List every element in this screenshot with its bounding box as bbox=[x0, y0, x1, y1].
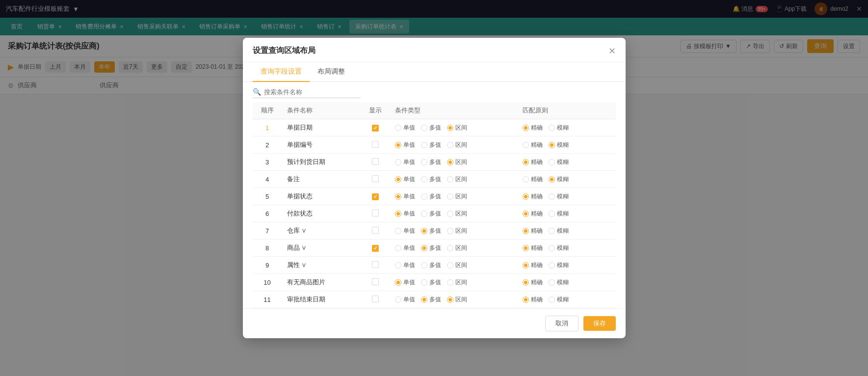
radio-match-fuzzy[interactable]: 模糊 bbox=[549, 244, 569, 252]
radio-match-exact[interactable]: 精确 bbox=[523, 210, 543, 218]
radio-dot-range bbox=[447, 142, 453, 148]
cell-display[interactable] bbox=[361, 240, 390, 257]
cell-display[interactable] bbox=[361, 154, 390, 171]
radio-match-exact[interactable]: 精确 bbox=[523, 278, 543, 287]
tab-layout-adjust[interactable]: 布局调整 bbox=[310, 62, 353, 82]
radio-cond-single[interactable]: 单值 bbox=[395, 227, 415, 235]
search-input[interactable] bbox=[264, 88, 352, 96]
radio-cond-single[interactable]: 单值 bbox=[395, 244, 415, 252]
display-checkbox[interactable] bbox=[372, 261, 379, 268]
radio-match-fuzzy[interactable]: 模糊 bbox=[549, 141, 569, 149]
radio-cond-range[interactable]: 区间 bbox=[447, 278, 467, 287]
save-button[interactable]: 保存 bbox=[583, 316, 616, 331]
radio-cond-multi[interactable]: 多值 bbox=[421, 141, 441, 149]
display-checkbox[interactable] bbox=[372, 278, 379, 285]
radio-dot-single bbox=[395, 193, 401, 200]
cell-display[interactable] bbox=[361, 205, 390, 222]
cancel-button[interactable]: 取消 bbox=[545, 316, 579, 331]
radio-cond-range[interactable]: 区间 bbox=[447, 261, 467, 269]
radio-match-exact[interactable]: 精确 bbox=[523, 175, 543, 184]
radio-cond-multi[interactable]: 多值 bbox=[421, 261, 441, 269]
radio-cond-range[interactable]: 区间 bbox=[447, 227, 467, 235]
radio-dot-match-exact bbox=[523, 296, 529, 303]
radio-dot-match-fuzzy bbox=[549, 211, 555, 217]
cell-display[interactable] bbox=[361, 188, 390, 205]
radio-dot-range bbox=[447, 279, 453, 286]
radio-cond-range[interactable]: 区间 bbox=[447, 192, 467, 201]
radio-dot-match-fuzzy bbox=[549, 176, 555, 183]
cell-cond-type: 单值多值区间 bbox=[390, 240, 518, 257]
cell-cond-name: 单据编号 bbox=[282, 136, 361, 154]
radio-cond-multi[interactable]: 多值 bbox=[421, 227, 441, 235]
radio-match-fuzzy[interactable]: 模糊 bbox=[549, 192, 569, 201]
radio-match-fuzzy[interactable]: 模糊 bbox=[549, 158, 569, 166]
radio-match-exact[interactable]: 精确 bbox=[523, 295, 543, 304]
display-checkbox[interactable] bbox=[372, 175, 379, 182]
cell-cond-name: 有无商品图片 bbox=[282, 274, 361, 291]
radio-cond-single[interactable]: 单值 bbox=[395, 210, 415, 218]
display-checkbox[interactable] bbox=[372, 245, 379, 252]
radio-cond-range[interactable]: 区间 bbox=[447, 175, 467, 184]
radio-cond-range[interactable]: 区间 bbox=[447, 295, 467, 304]
radio-match-fuzzy[interactable]: 模糊 bbox=[549, 227, 569, 235]
radio-cond-single[interactable]: 单值 bbox=[395, 261, 415, 269]
radio-cond-multi[interactable]: 多值 bbox=[421, 158, 441, 166]
cell-display[interactable] bbox=[361, 119, 390, 136]
cell-display[interactable] bbox=[361, 291, 390, 308]
cell-display[interactable] bbox=[361, 274, 390, 291]
cell-display[interactable] bbox=[361, 171, 390, 188]
radio-cond-multi[interactable]: 多值 bbox=[421, 210, 441, 218]
display-checkbox[interactable] bbox=[372, 227, 379, 234]
radio-cond-single[interactable]: 单值 bbox=[395, 141, 415, 149]
radio-cond-range[interactable]: 区间 bbox=[447, 141, 467, 149]
radio-match-fuzzy[interactable]: 模糊 bbox=[549, 278, 569, 287]
display-checkbox[interactable] bbox=[372, 295, 379, 302]
radio-cond-multi[interactable]: 多值 bbox=[421, 278, 441, 287]
display-checkbox[interactable] bbox=[372, 210, 379, 216]
radio-cond-multi[interactable]: 多值 bbox=[421, 295, 441, 304]
radio-match-fuzzy[interactable]: 模糊 bbox=[549, 261, 569, 269]
radio-match-exact[interactable]: 精确 bbox=[523, 192, 543, 201]
cell-display[interactable] bbox=[361, 136, 390, 154]
radio-cond-multi[interactable]: 多值 bbox=[421, 244, 441, 252]
radio-dot-match-exact bbox=[523, 193, 529, 200]
radio-cond-range[interactable]: 区间 bbox=[447, 158, 467, 166]
radio-cond-single[interactable]: 单值 bbox=[395, 278, 415, 287]
modal-close-button[interactable]: ✕ bbox=[608, 47, 616, 55]
radio-match-fuzzy[interactable]: 模糊 bbox=[549, 295, 569, 304]
display-checkbox[interactable] bbox=[372, 125, 379, 132]
radio-cond-single[interactable]: 单值 bbox=[395, 124, 415, 132]
display-checkbox[interactable] bbox=[372, 141, 379, 148]
radio-cond-range[interactable]: 区间 bbox=[447, 244, 467, 252]
radio-cond-multi[interactable]: 多值 bbox=[421, 192, 441, 201]
radio-cond-range[interactable]: 区间 bbox=[447, 124, 467, 132]
display-checkbox[interactable] bbox=[372, 158, 379, 165]
col-display: 显示 bbox=[361, 102, 390, 119]
cell-display[interactable] bbox=[361, 257, 390, 274]
radio-dot-single bbox=[395, 262, 401, 269]
radio-match-fuzzy[interactable]: 模糊 bbox=[549, 210, 569, 218]
radio-match-exact[interactable]: 精确 bbox=[523, 124, 543, 132]
radio-cond-multi[interactable]: 多值 bbox=[421, 124, 441, 132]
radio-cond-range[interactable]: 区间 bbox=[447, 210, 467, 218]
radio-match-exact[interactable]: 精确 bbox=[523, 227, 543, 235]
cell-cond-name: 属性 ∨ bbox=[282, 257, 361, 274]
radio-match-exact[interactable]: 精确 bbox=[523, 244, 543, 252]
radio-match-fuzzy[interactable]: 模糊 bbox=[549, 124, 569, 132]
display-checkbox[interactable] bbox=[372, 193, 379, 200]
radio-cond-single[interactable]: 单值 bbox=[395, 192, 415, 201]
table-row: 3预计到货日期单值多值区间精确模糊 bbox=[253, 154, 616, 171]
radio-match-exact[interactable]: 精确 bbox=[523, 158, 543, 166]
radio-match-exact[interactable]: 精确 bbox=[523, 261, 543, 269]
radio-match-exact[interactable]: 精确 bbox=[523, 141, 543, 149]
tab-query-fields[interactable]: 查询字段设置 bbox=[253, 62, 310, 82]
radio-cond-single[interactable]: 单值 bbox=[395, 295, 415, 304]
radio-match-fuzzy[interactable]: 模糊 bbox=[549, 175, 569, 184]
radio-dot-range bbox=[447, 245, 453, 251]
radio-dot-single bbox=[395, 211, 401, 217]
radio-cond-multi[interactable]: 多值 bbox=[421, 175, 441, 184]
radio-cond-single[interactable]: 单值 bbox=[395, 158, 415, 166]
cell-display[interactable] bbox=[361, 222, 390, 240]
radio-cond-single[interactable]: 单值 bbox=[395, 175, 415, 184]
search-box: 🔍 bbox=[253, 88, 361, 98]
